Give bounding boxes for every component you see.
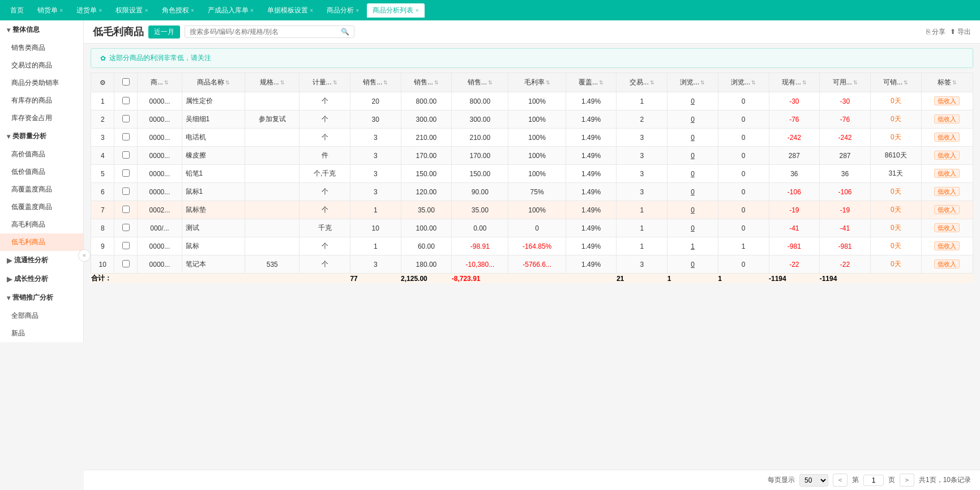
search-input[interactable]: [190, 28, 339, 36]
export-btn[interactable]: ⬆ 导出: [950, 27, 971, 37]
col-sales-price[interactable]: 销售...⇅: [401, 73, 452, 92]
nav-product-entry[interactable]: 产成品入库单 ×: [202, 3, 259, 18]
nav-template-settings[interactable]: 单据模板设置 ×: [262, 3, 319, 18]
col-settings[interactable]: ⚙: [91, 73, 114, 92]
row-browse1[interactable]: 0: [667, 110, 718, 129]
col-transactions[interactable]: 交易...⇅: [617, 73, 667, 92]
row-sales-price: 35.00: [401, 201, 452, 219]
sidebar-item-all-goods[interactable]: 全部商品: [0, 307, 83, 325]
sidebar-item-high-coverage[interactable]: 高覆盖度商品: [0, 181, 83, 198]
col-code[interactable]: 商...⇅: [138, 73, 182, 92]
row-browse1[interactable]: 0: [667, 147, 718, 165]
page-input[interactable]: [863, 475, 884, 486]
row-name[interactable]: 橡皮擦: [182, 147, 245, 165]
col-spec[interactable]: 规格...⇅: [245, 73, 299, 92]
col-sales-qty[interactable]: 销售...⇅: [350, 73, 401, 92]
col-browse1[interactable]: 浏览...⇅: [667, 73, 718, 92]
col-sales-profit[interactable]: 销售...⇅: [452, 73, 508, 92]
row-checkbox[interactable]: [114, 147, 138, 165]
row-checkbox[interactable]: [114, 110, 138, 129]
row-name[interactable]: 吴细细1: [182, 110, 245, 129]
sidebar-group-growth[interactable]: ▶ 成长性分析: [0, 270, 83, 288]
per-page-select[interactable]: 50 20 100: [799, 474, 828, 487]
row-name[interactable]: 鼠标: [182, 237, 245, 255]
sidebar-item-low-value[interactable]: 低价值商品: [0, 163, 83, 181]
nav-product-analysis-list[interactable]: 商品分析列表 ×: [367, 3, 424, 18]
sidebar-item-sales-goods[interactable]: 销售类商品: [0, 39, 83, 57]
sidebar-item-traded-goods[interactable]: 交易过的商品: [0, 57, 83, 74]
col-browse2[interactable]: 浏览...⇅: [718, 73, 769, 92]
total-sales-price: 2,125.00: [401, 274, 452, 284]
sidebar-collapse-btn[interactable]: «: [78, 249, 91, 262]
sidebar-item-high-margin[interactable]: 高毛利商品: [0, 216, 83, 233]
sidebar-group-overall[interactable]: ▾ 整体信息: [0, 20, 83, 39]
sidebar-group-marketing[interactable]: ▾ 营销推广分析: [0, 288, 83, 307]
sidebar-item-stock-capital[interactable]: 库存资金占用: [0, 109, 83, 127]
col-tag[interactable]: 标签⇅: [921, 73, 973, 92]
row-browse1[interactable]: 0: [667, 219, 718, 237]
row-checkbox[interactable]: [114, 129, 138, 147]
row-checkbox[interactable]: [114, 237, 138, 255]
col-available-stock[interactable]: 可用...⇅: [820, 73, 871, 92]
nav-purchase-order[interactable]: 进货单 ×: [71, 3, 108, 18]
row-sales-qty: 3: [350, 165, 401, 183]
share-btn[interactable]: ⎘ 分享: [926, 27, 945, 37]
prev-page-btn[interactable]: ＜: [833, 474, 848, 487]
col-coverage[interactable]: 覆盖...⇅: [566, 73, 617, 92]
row-name[interactable]: 电话机: [182, 129, 245, 147]
row-browse1[interactable]: 0: [667, 92, 718, 110]
row-browse1[interactable]: 0: [667, 255, 718, 274]
row-name[interactable]: 铅笔1: [182, 165, 245, 183]
nav-permissions[interactable]: 权限设置 ×: [110, 3, 153, 18]
sidebar-item-stocked-goods[interactable]: 有库存的商品: [0, 92, 83, 109]
col-name[interactable]: 商品名称⇅: [182, 73, 245, 92]
row-checkbox[interactable]: [114, 165, 138, 183]
row-checkbox[interactable]: [114, 201, 138, 219]
search-icon[interactable]: 🔍: [341, 28, 349, 36]
table-container[interactable]: ⚙ 商...⇅ 商品名称⇅ 规格...⇅ 计量...⇅ 销售...⇅ 销售...…: [84, 68, 980, 470]
row-browse1[interactable]: 1: [667, 237, 718, 255]
table-row: 4 0000... 橡皮擦 件 3 170.00 170.00 100% 1.4…: [91, 147, 973, 165]
row-name[interactable]: 笔记本: [182, 255, 245, 274]
col-sellable-days[interactable]: 可销...⇅: [870, 73, 921, 92]
sidebar-item-low-coverage[interactable]: 低覆盖度商品: [0, 198, 83, 216]
row-checkbox[interactable]: [114, 255, 138, 274]
filter-recent-month-btn[interactable]: 近一月: [148, 25, 180, 39]
nav-home[interactable]: 首页: [5, 3, 29, 18]
row-available-stock: -76: [820, 110, 871, 129]
row-transactions: 2: [617, 110, 667, 129]
row-checkbox[interactable]: [114, 219, 138, 237]
row-available-stock: -19: [820, 201, 871, 219]
row-no: 6: [91, 183, 114, 201]
nav-role-auth[interactable]: 角色授权 ×: [156, 3, 200, 18]
row-current-stock: -30: [769, 92, 820, 110]
row-browse1[interactable]: 0: [667, 201, 718, 219]
row-browse1[interactable]: 0: [667, 129, 718, 147]
row-name[interactable]: 属性定价: [182, 92, 245, 110]
sidebar-item-new-goods[interactable]: 新品: [0, 325, 83, 342]
row-browse1[interactable]: 0: [667, 165, 718, 183]
nav-product-analysis[interactable]: 商品分析 ×: [321, 3, 365, 18]
nav-sales-order[interactable]: 销货单 ×: [32, 3, 69, 18]
row-name[interactable]: 鼠标1: [182, 183, 245, 201]
col-current-stock[interactable]: 现有...⇅: [769, 73, 820, 92]
select-all-checkbox[interactable]: [122, 78, 130, 86]
sidebar-group-cluster[interactable]: ▾ 类群量分析: [0, 127, 83, 146]
sidebar-item-category-rate[interactable]: 商品分类助销率: [0, 74, 83, 92]
col-checkbox[interactable]: [114, 73, 138, 92]
row-no: 2: [91, 110, 114, 129]
col-gross-margin[interactable]: 毛利率⇅: [508, 73, 566, 92]
row-name[interactable]: 鼠标垫: [182, 201, 245, 219]
notice-text: 这部分商品的利润非常低，请关注: [109, 53, 211, 63]
row-coverage: 1.49%: [566, 165, 617, 183]
row-checkbox[interactable]: [114, 92, 138, 110]
row-name[interactable]: 测试: [182, 219, 245, 237]
next-page-btn[interactable]: ＞: [900, 474, 914, 487]
sidebar-item-high-value[interactable]: 高价值商品: [0, 146, 83, 163]
sidebar-item-low-margin[interactable]: 低毛利商品: [0, 233, 83, 251]
col-unit[interactable]: 计量...⇅: [299, 73, 350, 92]
sidebar-group-flow[interactable]: ▶ 流通性分析: [0, 251, 83, 270]
row-browse1[interactable]: 0: [667, 183, 718, 201]
row-browse2: 0: [718, 129, 769, 147]
row-checkbox[interactable]: [114, 183, 138, 201]
